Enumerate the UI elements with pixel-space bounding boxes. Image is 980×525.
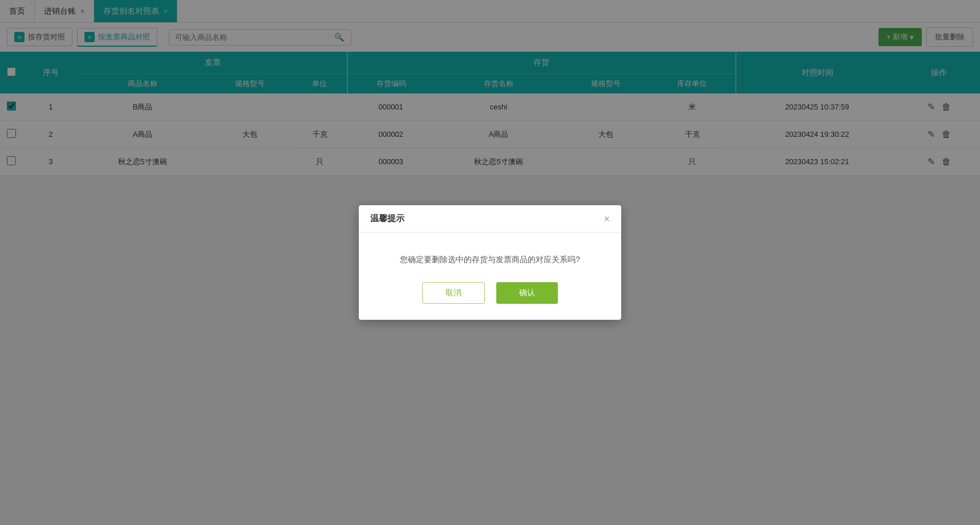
dialog-confirm-button[interactable]: 确认 bbox=[496, 282, 558, 304]
modal-overlay: 温馨提示 × 您确定要删除选中的存货与发票商品的对应关系吗? 取消 确认 bbox=[0, 0, 980, 525]
dialog-title: 温馨提示 bbox=[370, 213, 404, 224]
dialog-close-button[interactable]: × bbox=[604, 214, 610, 224]
dialog: 温馨提示 × 您确定要删除选中的存货与发票商品的对应关系吗? 取消 确认 bbox=[359, 205, 621, 319]
dialog-message: 您确定要删除选中的存货与发票商品的对应关系吗? bbox=[400, 255, 580, 264]
dialog-cancel-button[interactable]: 取消 bbox=[422, 282, 485, 304]
dialog-header: 温馨提示 × bbox=[359, 205, 621, 233]
dialog-footer: 取消 确认 bbox=[359, 282, 621, 320]
dialog-body: 您确定要删除选中的存货与发票商品的对应关系吗? bbox=[359, 233, 621, 282]
